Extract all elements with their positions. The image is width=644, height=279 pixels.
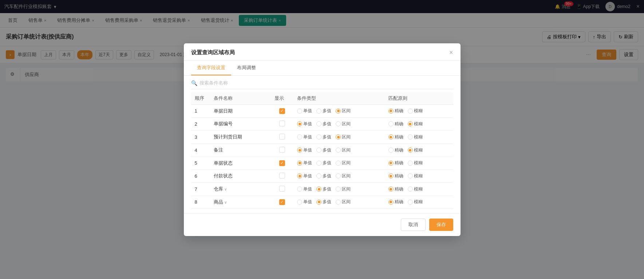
radio-match-精确-7[interactable]: 精确 xyxy=(388,199,403,205)
radio-match-精确-0[interactable]: 精确 xyxy=(388,108,403,114)
radio-type-区间-3[interactable]: 区间 xyxy=(336,147,351,153)
radio-match-模糊-7[interactable]: 模糊 xyxy=(408,199,423,205)
checkbox-unchecked[interactable] xyxy=(279,121,285,126)
radio-label: 精确 xyxy=(395,147,403,153)
radio-match-模糊-6[interactable]: 模糊 xyxy=(408,186,423,192)
config-table-scroll: 顺序 条件名称 显示 条件类型 匹配原则 1单据日期 单值 多值 区间 xyxy=(191,92,453,209)
search-row: 🔍 xyxy=(191,80,453,89)
radio-type-多值-4[interactable]: 多值 xyxy=(316,160,331,166)
radio-dot xyxy=(388,173,394,178)
row-match-6: 精确 模糊 xyxy=(385,182,453,196)
radio-label: 单值 xyxy=(303,108,312,114)
row-type-3: 单值 多值 区间 xyxy=(293,144,384,157)
radio-match-模糊-3[interactable]: 模糊 xyxy=(408,147,423,153)
radio-type-多值-7[interactable]: 多值 xyxy=(316,199,331,205)
radio-match-精确-2[interactable]: 精确 xyxy=(388,134,403,140)
radio-type-多值-6[interactable]: 多值 xyxy=(316,186,331,192)
checkbox-unchecked[interactable] xyxy=(279,147,285,153)
radio-dot xyxy=(316,173,321,178)
radio-match-精确-1[interactable]: 精确 xyxy=(388,121,403,127)
radio-match-模糊-1[interactable]: 模糊 xyxy=(408,121,423,127)
row-show-6[interactable] xyxy=(271,182,294,196)
radio-match-模糊-2[interactable]: 模糊 xyxy=(408,134,423,140)
dialog-tab-layout[interactable]: 布局调整 xyxy=(231,61,262,75)
radio-type-多值-2[interactable]: 多值 xyxy=(316,134,331,140)
row-show-2[interactable] xyxy=(271,130,294,144)
dialog-title: 设置查询区域布局 xyxy=(191,49,235,56)
radio-type-区间-5[interactable]: 区间 xyxy=(336,173,351,179)
radio-type-多值-1[interactable]: 多值 xyxy=(316,121,331,127)
radio-dot xyxy=(336,134,341,140)
row-order-8: 9 xyxy=(191,208,210,209)
radio-match-精确-6[interactable]: 精确 xyxy=(388,186,403,192)
radio-match-模糊-4[interactable]: 模糊 xyxy=(408,160,423,166)
radio-label: 区间 xyxy=(342,173,351,179)
radio-label: 单值 xyxy=(303,160,312,166)
checkbox-checked[interactable] xyxy=(279,160,285,166)
radio-type-区间-6[interactable]: 区间 xyxy=(336,186,351,192)
table-row: 7仓库 ∨ 单值 多值 区间 精确 模糊 xyxy=(191,182,453,196)
row-show-3[interactable] xyxy=(271,144,294,157)
dropdown-arrow-icon: ∨ xyxy=(224,187,227,191)
radio-match-精确-5[interactable]: 精确 xyxy=(388,173,403,179)
radio-type-单值-3[interactable]: 单值 xyxy=(297,147,312,153)
radio-type-单值-5[interactable]: 单值 xyxy=(297,173,312,179)
checkbox-unchecked[interactable] xyxy=(279,134,285,140)
radio-match-模糊-0[interactable]: 模糊 xyxy=(408,108,423,114)
radio-dot xyxy=(297,173,302,178)
table-row: 4备注 单值 多值 区间 精确 模糊 xyxy=(191,144,453,157)
row-type-0: 单值 多值 区间 xyxy=(293,105,384,117)
row-order-0: 1 xyxy=(191,105,210,117)
radio-label: 精确 xyxy=(395,134,403,140)
dialog-tab-fields[interactable]: 查询字段设置 xyxy=(191,61,231,75)
radio-label: 多值 xyxy=(323,134,331,140)
row-show-7[interactable] xyxy=(271,196,294,208)
radio-match-精确-4[interactable]: 精确 xyxy=(388,160,403,166)
radio-dot xyxy=(408,186,413,192)
row-name-7: 商品 ∨ xyxy=(210,196,271,208)
radio-type-区间-1[interactable]: 区间 xyxy=(336,121,351,127)
table-row: 8商品 ∨ 单值 多值 区间 精确 模糊 xyxy=(191,196,453,208)
radio-type-多值-0[interactable]: 多值 xyxy=(316,108,331,114)
radio-dot xyxy=(336,186,341,192)
radio-type-区间-4[interactable]: 区间 xyxy=(336,160,351,166)
checkbox-unchecked[interactable] xyxy=(279,186,285,192)
dialog-tab-layout-label: 布局调整 xyxy=(237,65,256,70)
row-show-0[interactable] xyxy=(271,105,294,117)
row-order-5: 6 xyxy=(191,169,210,182)
radio-type-单值-2[interactable]: 单值 xyxy=(297,134,312,140)
radio-type-区间-7[interactable]: 区间 xyxy=(336,199,351,205)
row-match-8: 精确 模糊 xyxy=(385,208,453,209)
dialog-close-button[interactable]: × xyxy=(449,49,453,56)
radio-type-多值-3[interactable]: 多值 xyxy=(316,147,331,153)
radio-type-单值-4[interactable]: 单值 xyxy=(297,160,312,166)
checkbox-checked[interactable] xyxy=(279,108,285,114)
checkbox-checked[interactable] xyxy=(279,199,285,205)
radio-dot xyxy=(316,121,321,126)
radio-label: 区间 xyxy=(342,134,351,140)
radio-dot xyxy=(316,109,321,114)
row-show-4[interactable] xyxy=(271,157,294,169)
radio-type-单值-7[interactable]: 单值 xyxy=(297,199,312,205)
radio-label: 模糊 xyxy=(414,186,423,192)
radio-label: 区间 xyxy=(342,160,351,166)
radio-type-单值-0[interactable]: 单值 xyxy=(297,108,312,114)
radio-type-多值-5[interactable]: 多值 xyxy=(316,173,331,179)
radio-type-单值-1[interactable]: 单值 xyxy=(297,121,312,127)
checkbox-unchecked[interactable] xyxy=(279,173,285,178)
radio-label: 区间 xyxy=(342,108,351,114)
row-show-8[interactable] xyxy=(271,208,294,209)
radio-match-精确-3[interactable]: 精确 xyxy=(388,147,403,153)
radio-dot xyxy=(297,161,302,166)
row-match-7: 精确 模糊 xyxy=(385,196,453,208)
radio-type-区间-2[interactable]: 区间 xyxy=(336,134,351,140)
radio-dot xyxy=(336,121,341,126)
row-show-5[interactable] xyxy=(271,169,294,182)
radio-type-单值-6[interactable]: 单值 xyxy=(297,186,312,192)
dialog-tabs: 查询字段设置 布局调整 xyxy=(184,61,461,76)
radio-match-模糊-5[interactable]: 模糊 xyxy=(408,173,423,179)
row-show-1[interactable] xyxy=(271,117,294,130)
row-type-1: 单值 多值 区间 xyxy=(293,117,384,130)
condition-search-input[interactable] xyxy=(199,80,272,86)
radio-type-区间-0[interactable]: 区间 xyxy=(336,108,351,114)
